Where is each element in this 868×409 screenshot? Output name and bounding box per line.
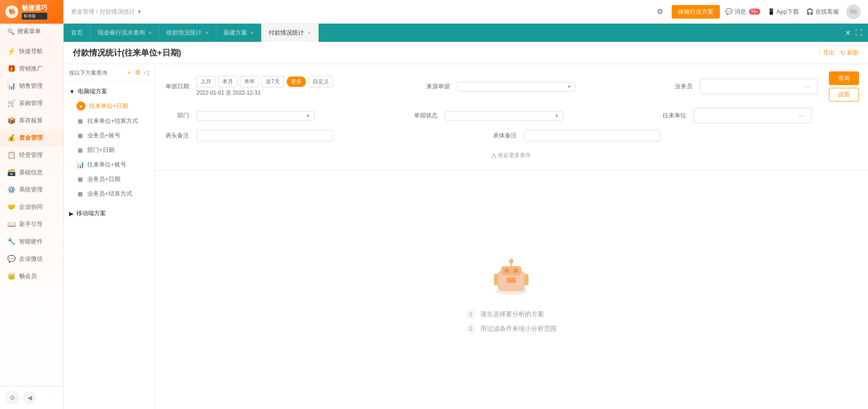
sidebar-item-system[interactable]: ⚙️ 系统管理 bbox=[0, 181, 63, 198]
scheme-staff-settle-label: 业务员+结算方式 bbox=[87, 190, 132, 198]
app-download-btn[interactable]: 📱 App下载 bbox=[768, 8, 799, 16]
tabs-expand-btn[interactable]: ⛶ bbox=[855, 29, 863, 37]
service-btn[interactable]: 🎧 在线客服 bbox=[806, 8, 839, 16]
topbar: 资金管理 / 付款情况统计 ▼ ⚙ 体验行业方案 💬 消息 99+ 📱 App下… bbox=[64, 0, 868, 24]
date-btn-more[interactable]: 更多 bbox=[287, 76, 306, 87]
tab-new-close[interactable]: × bbox=[251, 30, 254, 35]
basic-icon: 🗃️ bbox=[7, 168, 15, 177]
sidebar-item-collab[interactable]: 🤝 企业协同 bbox=[0, 198, 63, 216]
scheme-unit-date[interactable]: ● 往来单位+日期 bbox=[64, 98, 154, 114]
refresh-btn[interactable]: ↻ 刷新 bbox=[840, 49, 859, 57]
tab-receipt[interactable]: 收款情况统计 × bbox=[159, 24, 216, 42]
tabs-close-btn[interactable]: ✕ bbox=[845, 29, 851, 37]
scheme-dept-date[interactable]: ▦ 部门+日期 bbox=[64, 143, 154, 157]
sidebar-item-sales[interactable]: 📊 销售管理 bbox=[0, 77, 63, 95]
svg-rect-5 bbox=[507, 278, 516, 283]
scheme-icon: ▦ bbox=[76, 132, 84, 139]
topbar-gear[interactable]: ⚙ bbox=[653, 5, 666, 18]
scheme-unit-account[interactable]: 📊 往来单位+账号 bbox=[64, 157, 154, 172]
industry-btn[interactable]: 体验行业方案 bbox=[672, 5, 720, 19]
date-btn-7days[interactable]: 近7天 bbox=[262, 76, 284, 87]
status-select[interactable]: ▼ bbox=[445, 111, 563, 121]
sidebar-item-quick[interactable]: ⚡ 快捷导航 bbox=[0, 43, 63, 60]
date-btn-last-month[interactable]: 上月 bbox=[196, 76, 215, 87]
dept-select[interactable]: ▼ bbox=[196, 111, 314, 121]
staff-select[interactable]: ··· bbox=[700, 79, 818, 94]
page-title: 付款情况统计(往来单位+日期) bbox=[73, 47, 181, 58]
unit-label: 往来单位 bbox=[661, 111, 686, 120]
export-btn[interactable]: ↑ 导出 bbox=[818, 49, 835, 57]
sidebar-item-wechat[interactable]: 💬 企业微信 bbox=[0, 250, 63, 268]
tab-cashflow[interactable]: 现金银行流水查询 × bbox=[90, 24, 159, 42]
scheme-staff-settle[interactable]: ▦ 业务员+结算方式 bbox=[64, 187, 154, 201]
scheme-unit-settle[interactable]: ▦ 往来单位+结算方式 bbox=[64, 114, 154, 128]
svg-point-3 bbox=[504, 268, 509, 273]
scheme-staff-account[interactable]: ▦ 业务员+账号 bbox=[64, 128, 154, 143]
tab-payment[interactable]: 付款情况统计 × bbox=[261, 24, 318, 42]
tab-home-label: 首页 bbox=[71, 29, 83, 37]
breadcrumb-chevron[interactable]: ▼ bbox=[137, 9, 142, 15]
head-note-input[interactable] bbox=[196, 130, 333, 141]
collapse-bar[interactable]: ⋀ 收起更多条件 bbox=[164, 148, 859, 163]
staff-label: 业务员 bbox=[667, 82, 693, 91]
scheme-staff-date[interactable]: ▦ 业务员+日期 bbox=[64, 172, 154, 187]
unit-select[interactable]: ··· bbox=[693, 108, 812, 123]
body-note-input[interactable] bbox=[524, 130, 660, 141]
date-btn-custom[interactable]: 自定义 bbox=[309, 76, 333, 87]
hint-num-1: 1 bbox=[466, 309, 476, 319]
collapse-sidebar-btn[interactable]: ◀ bbox=[23, 391, 36, 404]
settings-scheme-btn[interactable]: ⚙ bbox=[135, 69, 141, 77]
sidebar-item-inventory[interactable]: 📦 库存核算 bbox=[0, 112, 63, 129]
user-avatar[interactable]: Rit bbox=[846, 5, 861, 19]
tab-new[interactable]: 新建方案 × bbox=[216, 24, 261, 42]
tab-cashflow-close[interactable]: × bbox=[149, 30, 151, 35]
date-btn-this-month[interactable]: 本月 bbox=[218, 76, 237, 87]
head-note-label: 表头备注 bbox=[164, 131, 189, 140]
mobile-group-title[interactable]: ▶ 移动端方案 bbox=[64, 207, 154, 220]
sidebar-item-guide[interactable]: 📖 新手引导 bbox=[0, 216, 63, 233]
sidebar-item-label: 销售管理 bbox=[19, 82, 43, 90]
mobile-scheme-group: ▶ 移动端方案 bbox=[64, 204, 154, 223]
query-btn[interactable]: 查询 bbox=[829, 71, 859, 85]
sidebar-item-purchase[interactable]: 🛒 采购管理 bbox=[0, 95, 63, 112]
sidebar: 畅 畅捷通巧 标准版 🔍 搜索菜单 ⚡ 快捷导航 🎁 营销推广 📊 销售管理 🛒… bbox=[0, 0, 64, 409]
sidebar-item-finance[interactable]: 💰 资金管理 bbox=[0, 129, 63, 146]
unit-dots-icon[interactable]: ··· bbox=[795, 110, 808, 121]
settings-footer-btn[interactable]: ⚙ bbox=[5, 391, 19, 404]
tabs-end: ✕ ⛶ bbox=[839, 24, 868, 42]
scheme-chart-icon: 📊 bbox=[76, 161, 84, 168]
logo-subtitle: 标准版 bbox=[22, 13, 47, 20]
sidebar-item-basic[interactable]: 🗃️ 基础信息 bbox=[0, 164, 63, 181]
app-icon: 📱 bbox=[768, 8, 775, 15]
tab-receipt-close[interactable]: × bbox=[205, 30, 208, 35]
scheme-unit-settle-label: 往来单位+结算方式 bbox=[87, 117, 138, 125]
message-label: 消息 bbox=[734, 8, 746, 16]
topbar-right: 💬 消息 99+ 📱 App下载 🎧 在线客服 Rit bbox=[725, 5, 861, 19]
tab-new-label: 新建方案 bbox=[224, 29, 247, 37]
sidebar-item-marketing[interactable]: 🎁 营销推广 bbox=[0, 60, 63, 77]
app-label: App下载 bbox=[777, 8, 799, 16]
sidebar-item-hardware[interactable]: 🔧 智能硬件 bbox=[0, 233, 63, 250]
settings-display-btn[interactable]: 设置 bbox=[829, 88, 859, 101]
tab-home[interactable]: 首页 bbox=[64, 24, 90, 42]
source-select[interactable]: ▼ bbox=[457, 82, 575, 91]
sales-icon: 📊 bbox=[7, 82, 15, 90]
hint-1-text: 请先选择要分析的方案 bbox=[480, 310, 544, 318]
sidebar-item-operation[interactable]: 📋 经营管理 bbox=[0, 146, 63, 164]
tab-payment-close[interactable]: × bbox=[308, 30, 310, 35]
collapse-panel-btn[interactable]: ◁ bbox=[144, 69, 149, 77]
add-scheme-btn[interactable]: ＋ bbox=[126, 69, 132, 77]
sidebar-item-label: 智能硬件 bbox=[19, 237, 43, 246]
messages-btn[interactable]: 💬 消息 99+ bbox=[725, 8, 760, 16]
logo-title: 畅捷通巧 bbox=[22, 4, 47, 12]
date-btn-this-year[interactable]: 本年 bbox=[240, 76, 259, 87]
pc-group-title[interactable]: ▼ 电脑端方案 bbox=[64, 85, 154, 98]
sidebar-item-member[interactable]: 👑 畅会员 bbox=[0, 268, 63, 285]
sidebar-item-label: 库存核算 bbox=[19, 116, 43, 125]
svg-point-9 bbox=[509, 259, 514, 263]
sidebar-search[interactable]: 🔍 搜索菜单 bbox=[0, 24, 63, 39]
content: 付款情况统计(往来单位+日期) ↑ 导出 ↻ 刷新 按以下方案查询 ＋ bbox=[64, 42, 868, 409]
scheme-dept-date-label: 部门+日期 bbox=[87, 146, 115, 154]
hint-num-2: 2 bbox=[466, 324, 476, 334]
staff-dots-icon[interactable]: ··· bbox=[801, 81, 814, 92]
